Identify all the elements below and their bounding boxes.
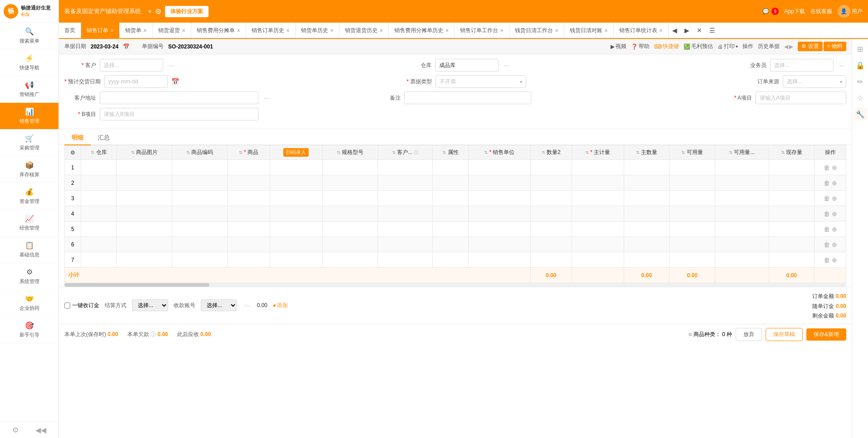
system-dropdown-icon[interactable]: ▾ — [148, 8, 151, 15]
tab-close-11[interactable]: ✕ — [604, 28, 608, 33]
row-copy-btn-3[interactable]: ⊕ — [832, 195, 837, 202]
th-image[interactable]: ⇅ 商品图片 — [116, 145, 172, 160]
row-name-2[interactable] — [228, 175, 270, 191]
warehouse-input[interactable]: 成品库 — [435, 59, 499, 72]
row-attr-3[interactable] — [432, 191, 468, 206]
tab-4[interactable]: 销售费用分摊单✕ — [191, 23, 246, 38]
th-current[interactable]: ⇅ 现存量 — [769, 145, 815, 160]
sidebar-item-采购管理[interactable]: 🛒采购管理 — [0, 130, 58, 156]
row-unit-7[interactable] — [469, 252, 530, 268]
row-main-qty-5[interactable] — [624, 221, 669, 237]
row-current-7[interactable] — [769, 252, 815, 268]
sidebar-item-系统管理[interactable]: ⚙系统管理 — [0, 263, 58, 290]
row-qty2-7[interactable] — [530, 252, 572, 268]
tab-10[interactable]: 钱货日清工作台✕ — [509, 23, 564, 38]
add-material-btn[interactable]: + 物料 — [824, 42, 846, 51]
tab-0[interactable]: 首页 — [59, 23, 81, 38]
row-unit-3[interactable] — [469, 191, 530, 206]
th-warehouse[interactable]: ⇅ 仓库 — [81, 145, 116, 160]
customer-input[interactable]: 选择... — [100, 59, 163, 72]
row-available2-6[interactable] — [715, 237, 769, 252]
row-main-qty-2[interactable] — [624, 175, 669, 191]
th-unit[interactable]: ⇅ 销售单位 — [469, 145, 530, 160]
row-delete-btn-6[interactable]: 🗑 — [824, 241, 830, 248]
row-copy-btn-4[interactable]: ⊕ — [832, 210, 837, 217]
row-name-3[interactable] — [228, 191, 270, 206]
row-current-1[interactable] — [769, 160, 815, 175]
row-qty2-5[interactable] — [530, 221, 572, 237]
order-source-select[interactable]: 选择... ▾ — [783, 75, 846, 88]
salesperson-more-btn[interactable]: ··· — [837, 62, 846, 69]
one-click-checkbox[interactable] — [64, 303, 70, 308]
one-click-checkbox-label[interactable]: 一键收订金 — [64, 302, 99, 309]
right-panel-icon-star[interactable]: ☆ — [854, 91, 867, 104]
tab-7[interactable]: 销货退货历史✕ — [339, 23, 389, 38]
row-available2-7[interactable] — [715, 252, 769, 268]
sidebar-item-库存核算[interactable]: 📦库存核算 — [0, 156, 58, 183]
b-project-input[interactable]: 请输入B项目 — [100, 108, 258, 120]
sidebar-item-企业协同[interactable]: 🤝企业协同 — [0, 290, 58, 317]
delivery-date-input[interactable]: yyyy-mm-dd — [104, 75, 168, 88]
row-available2-1[interactable] — [715, 160, 769, 175]
row-current-3[interactable] — [769, 191, 815, 206]
row-qty2-4[interactable] — [530, 206, 572, 221]
right-panel-icon-tool[interactable]: 🔧 — [854, 108, 867, 120]
address-more-btn[interactable]: ··· — [262, 94, 271, 101]
account-more-btn[interactable]: ··· — [242, 302, 252, 309]
row-qty2-3[interactable] — [530, 191, 572, 206]
row-customer-code-7[interactable] — [378, 252, 432, 268]
sidebar-item-经营管理[interactable]: 📈经营管理 — [0, 210, 58, 236]
tab-close-6[interactable]: ✕ — [330, 28, 334, 33]
save-draft-button[interactable]: 保存草稿 — [766, 328, 803, 341]
scan-entry-btn[interactable]: 扫码录入 — [283, 148, 309, 157]
th-customer-code[interactable]: ⇅ 客户... ⓘ — [378, 145, 432, 160]
row-delete-btn-5[interactable]: 🗑 — [824, 226, 830, 233]
row-warehouse-4[interactable] — [81, 206, 116, 221]
row-current-6[interactable] — [769, 237, 815, 252]
tab-1[interactable]: 销售订单✕ — [81, 23, 120, 38]
settings-btn[interactable]: ⚙ 设置 — [798, 42, 822, 51]
row-main-qty-4[interactable] — [624, 206, 669, 221]
row-customer-code-1[interactable] — [378, 160, 432, 175]
discard-button[interactable]: 放弃 — [736, 328, 762, 341]
add-payment-btn[interactable]: ● 添加 — [273, 302, 288, 309]
row-current-2[interactable] — [769, 175, 815, 191]
salesperson-input[interactable]: 选择... — [770, 59, 834, 72]
shortcut-btn[interactable]: ⌨ 快捷键 — [654, 43, 679, 50]
tab-close-8[interactable]: ✕ — [445, 28, 449, 33]
row-spec-7[interactable] — [322, 252, 378, 268]
th-main-unit[interactable]: ⇅ 主计量 — [572, 145, 624, 160]
row-warehouse-1[interactable] — [81, 160, 116, 175]
row-unit-2[interactable] — [469, 175, 530, 191]
th-main-qty[interactable]: ⇅ 主数量 — [624, 145, 669, 160]
tab-close-2[interactable]: ✕ — [143, 28, 147, 33]
sidebar-item-营销推广[interactable]: 📢营销推广 — [0, 76, 58, 103]
industry-solution-button[interactable]: 体验行业方案 — [165, 6, 209, 17]
sidebar-item-搜索菜单[interactable]: 🔍搜索菜单 — [0, 23, 58, 49]
row-available2-3[interactable] — [715, 191, 769, 206]
customer-address-input[interactable] — [100, 91, 258, 104]
tab-3[interactable]: 销货退货✕ — [153, 23, 191, 38]
settle-method-select[interactable]: 选择... — [132, 299, 168, 311]
user-avatar[interactable]: 👤 用户 — [838, 5, 863, 18]
row-code-7[interactable] — [172, 252, 228, 268]
th-code[interactable]: ⇅ 商品编码 — [172, 145, 228, 160]
row-available-6[interactable] — [669, 237, 715, 252]
customer-more-btn[interactable]: ··· — [167, 62, 176, 69]
row-spec-6[interactable] — [322, 237, 378, 252]
help-btn[interactable]: ❓ 帮助 — [631, 43, 650, 50]
sidebar-item-快捷导航[interactable]: ⚡快捷导航 — [0, 49, 58, 76]
row-copy-btn-6[interactable]: ⊕ — [832, 241, 837, 248]
nav-next-icon[interactable]: ▶ — [789, 43, 793, 50]
tab-close-5[interactable]: ✕ — [286, 28, 290, 33]
row-delete-btn-1[interactable]: 🗑 — [824, 164, 830, 171]
row-code-5[interactable] — [172, 221, 228, 237]
row-name-5[interactable] — [228, 221, 270, 237]
row-spec-5[interactable] — [322, 221, 378, 237]
row-main-qty-3[interactable] — [624, 191, 669, 206]
row-copy-btn-5[interactable]: ⊕ — [832, 226, 837, 233]
tab-12[interactable]: 销售订单统计表✕ — [614, 23, 669, 38]
th-attr[interactable]: ⇅ 属性 — [432, 145, 468, 160]
row-delete-btn-2[interactable]: 🗑 — [824, 179, 830, 187]
row-spec-3[interactable] — [322, 191, 378, 206]
